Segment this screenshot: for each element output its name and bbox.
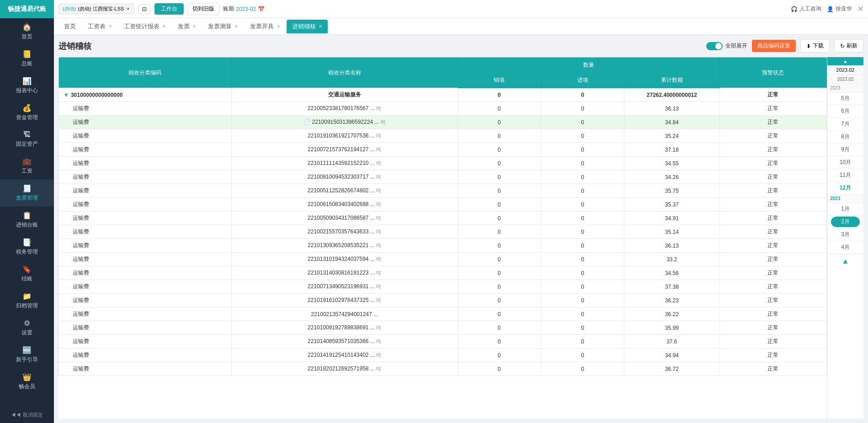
sidebar-item-settle[interactable]: 🔖结账 <box>0 260 54 287</box>
switch-version-button[interactable]: 切到旧版 <box>187 3 219 15</box>
period-info: 账期 2023-02 📅 <box>223 5 265 13</box>
tab-salary-stats-close[interactable]: ✕ <box>162 24 166 29</box>
detail-name-cell: 运输费 <box>59 335 232 349</box>
detail-taxcode-cell: 22100215570357643633 ... 吨 <box>231 225 458 239</box>
detail-purchase-cell: 0 <box>541 307 624 321</box>
month-5[interactable]: 5月 <box>827 92 863 105</box>
year-2024-section: 2023 1月 2月 3月 4月 <box>827 195 863 254</box>
close-icon[interactable]: ✕ <box>857 5 863 13</box>
sidebar-item-home[interactable]: 🏠首页 <box>0 18 54 45</box>
support-button[interactable]: 🎧 人工咨询 <box>791 5 821 13</box>
sidebar-trade-desk-icon: 📋 <box>22 211 32 220</box>
sidebar-home-icon: 🏠 <box>22 23 32 32</box>
toggle-expand-switch[interactable] <box>706 42 723 50</box>
sidebar-member-label: 畅会员 <box>19 383 35 391</box>
month-2024-4[interactable]: 4月 <box>827 241 863 254</box>
tab-invoice-calc-close[interactable]: ✕ <box>234 24 238 29</box>
sidebar-item-invoice-mgmt[interactable]: 🧾发票管理 <box>0 180 54 206</box>
detail-taxcode-cell: 22101314030816191223 ... 吨 <box>231 266 458 280</box>
detail-cumulative-cell: 33.2 <box>624 253 719 266</box>
detail-cumulative-cell: 36.72 <box>624 362 719 376</box>
settings-button[interactable]: 商品编码设置 <box>752 40 796 52</box>
sidebar-item-ledger[interactable]: 📒总账 <box>0 45 54 72</box>
month-2024-1[interactable]: 1月 <box>827 203 863 216</box>
detail-status-cell: 正常 <box>719 157 826 170</box>
sidebar-item-member[interactable]: 👑畅会员 <box>0 368 54 395</box>
table-row: ▼30100000000000000 交通运输服务 0 0 27262.4000… <box>59 88 827 102</box>
month-11[interactable]: 11月 <box>827 169 863 182</box>
month-10[interactable]: 10月 <box>827 156 863 169</box>
sidebar-settle-label: 结账 <box>21 275 32 283</box>
detail-cumulative-cell: 34.55 <box>624 157 719 170</box>
sidebar-ledger-icon: 📒 <box>22 50 32 58</box>
detail-cumulative-cell: 35.14 <box>624 225 719 239</box>
sidebar-item-archive[interactable]: 📁归档管理 <box>0 287 54 314</box>
calendar-collapse-icon[interactable]: ▲ <box>827 254 863 268</box>
copy-button[interactable]: ⊡ <box>138 4 151 14</box>
detail-cumulative-cell: 34.84 <box>624 116 719 129</box>
user-info[interactable]: 👤 徐亚华 <box>827 5 852 13</box>
download-button[interactable]: ⬇ 下载 <box>800 39 830 53</box>
tab-invoice[interactable]: 发票✕ <box>172 20 202 33</box>
sidebar-archive-label: 归档管理 <box>16 302 38 310</box>
unpin-button[interactable]: ◀◀ 取消固定 <box>0 407 54 423</box>
year-2024-title: 2023 <box>827 195 863 203</box>
detail-taxcode-cell: 📄22100915031396592224 ... 吨 <box>231 116 458 129</box>
detail-cumulative-cell: 36.13 <box>624 102 719 116</box>
sidebar-item-funds[interactable]: 💰资金管理 <box>0 99 54 126</box>
detail-purchase-cell: 0 <box>541 225 624 239</box>
detail-name-cell: 运输费 <box>59 225 232 239</box>
period-value: 2023-02 <box>236 6 256 12</box>
sidebar-item-tax[interactable]: 📑税务管理 <box>0 233 54 260</box>
tab-reconcile-close[interactable]: ✕ <box>319 24 322 29</box>
sidebar-item-trade-desk[interactable]: 📋进销台账 <box>0 206 54 233</box>
app-logo: 畅捷通易代账 <box>0 0 54 18</box>
month-2024-2[interactable]: 2月 <box>831 217 860 227</box>
sidebar-item-reports[interactable]: 📊报表中心 <box>0 72 54 99</box>
detail-purchase-cell: 0 <box>541 362 624 376</box>
table-row: 运输费 22101314030816191223 ... 吨 0 0 34.56… <box>59 266 827 280</box>
refresh-button[interactable]: ↻ 刷新 <box>834 39 863 53</box>
col-status: 预警状态 <box>719 58 826 88</box>
month-2024-3[interactable]: 3月 <box>827 228 863 241</box>
detail-taxcode-cell: 22100615083403402688 ... 吨 <box>231 198 458 212</box>
tab-salary-stats[interactable]: 工资统计报表✕ <box>118 20 171 33</box>
tab-invoice-close[interactable]: ✕ <box>192 24 196 29</box>
detail-purchase-cell: 0 <box>541 280 624 294</box>
detail-purchase-cell: 0 <box>541 294 624 307</box>
table-row: 运输费 22101310194324037594 ... 吨 0 0 33.2 … <box>59 253 827 266</box>
year-2023-header: 2023.02 <box>827 65 863 75</box>
company-selector[interactable]: (勿动) (勿动) 江西报宝-LSS ▼ <box>59 4 134 14</box>
sidebar-item-assets[interactable]: 🏗固定资产 <box>0 126 54 153</box>
month-9[interactable]: 9月 <box>827 143 863 156</box>
detail-status-cell: 正常 <box>719 102 826 116</box>
detail-cumulative-cell: 37.18 <box>624 143 719 157</box>
month-6[interactable]: 6月 <box>827 105 863 118</box>
workbench-button[interactable]: 工作台 <box>154 3 184 15</box>
detail-cumulative-cell: 34.56 <box>624 266 719 280</box>
month-7[interactable]: 7月 <box>827 118 863 131</box>
tab-reconcile[interactable]: 进销稽核✕ <box>287 20 328 33</box>
detail-name-cell: 运输费 <box>59 280 232 294</box>
detail-status-cell: 正常 <box>719 116 826 129</box>
sidebar-home-label: 首页 <box>21 33 32 41</box>
detail-name-cell: 运输费 <box>59 212 232 225</box>
col-purchase: 进项 <box>541 73 624 88</box>
tab-invoice-open-close[interactable]: ✕ <box>277 24 280 29</box>
calendar-icon[interactable]: 📅 <box>258 6 265 12</box>
tab-salary-close[interactable]: ✕ <box>108 24 112 29</box>
sidebar-item-settings[interactable]: ⚙设置 <box>0 314 54 341</box>
detail-sales-cell: 0 <box>458 280 541 294</box>
tab-invoice-open[interactable]: 发票开具✕ <box>245 20 286 33</box>
detail-purchase-cell: 0 <box>541 321 624 335</box>
month-12[interactable]: 12月 <box>827 182 863 195</box>
tab-home[interactable]: 首页 <box>59 20 81 33</box>
expand-icon[interactable]: ▼ <box>64 92 69 98</box>
calendar-up-arrow[interactable]: ▲ <box>827 57 863 65</box>
month-8[interactable]: 8月 <box>827 131 863 143</box>
tab-invoice-calc[interactable]: 发票测算✕ <box>202 20 244 33</box>
detail-taxcode-cell: 22101309365208535221 ... 吨 <box>231 239 458 253</box>
sidebar-item-guide[interactable]: 🆕新手引导 <box>0 341 54 368</box>
tab-salary[interactable]: 工资表✕ <box>82 20 117 33</box>
sidebar-item-salary[interactable]: 💼工资 <box>0 153 54 180</box>
